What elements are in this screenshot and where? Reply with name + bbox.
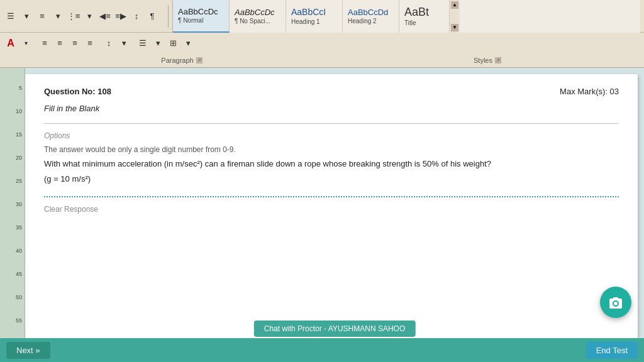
chat-bar[interactable]: Chat with Proctor - AYUSHMANN SAHOO: [254, 321, 416, 337]
bullets-icon[interactable]: ☰: [4, 9, 18, 23]
styles-section-label: Styles ↗: [335, 57, 640, 64]
ruler-left: 5 10 15 20 25 30 35 40 45 50 55: [0, 68, 25, 362]
ruler-area: 5 10 15 20 25 30 35 40 45 50 55 Question…: [0, 68, 644, 362]
styles-scroll-up[interactable]: ▲: [451, 1, 458, 9]
style-heading2-label: Heading 2: [348, 18, 377, 25]
sort-icon[interactable]: ↕: [130, 9, 143, 23]
style-heading1-label: Heading 1: [291, 18, 320, 25]
shading-dropdown[interactable]: ▾: [151, 36, 165, 50]
question-number: Question No: 108: [44, 87, 111, 96]
line-spacing-dropdown[interactable]: ▾: [117, 36, 131, 50]
chat-label: Chat with Proctor - AYUSHMANN SAHOO: [264, 324, 406, 333]
align-justify-icon[interactable]: ≡: [83, 36, 97, 50]
shading-icon[interactable]: ☰: [136, 36, 150, 50]
end-test-button[interactable]: End Test: [586, 342, 638, 359]
styles-panel: AaBbCcDc ¶ Normal AaBbCcDc ¶ No Spaci...…: [172, 0, 640, 33]
align-right-icon[interactable]: ≡: [68, 36, 82, 50]
ruler-mark-55: 55: [0, 318, 25, 324]
ruler-mark-5: 5: [0, 85, 25, 91]
style-title-preview: AaBt: [404, 6, 429, 19]
ruler-mark-15: 15: [0, 132, 25, 138]
style-heading2-preview: AaBbCcDd: [348, 8, 388, 18]
paragraph-expander[interactable]: ↗: [196, 57, 203, 63]
paragraph-section-label: Paragraph ↗: [29, 57, 335, 64]
multilevel-dropdown-icon[interactable]: ▾: [82, 9, 96, 23]
align-left-icon[interactable]: ≡: [38, 36, 52, 50]
toolbar-row1: ☰ ▾ ≡ ▾ ⋮≡ ▾ ◀≡ ≡▶ ↕ ¶ AaBbCcDc ¶ Normal…: [0, 0, 644, 33]
options-label: Options: [44, 131, 619, 140]
clear-response-button[interactable]: Clear Response: [44, 205, 619, 214]
question-type: Fill in the Blank: [44, 104, 619, 113]
style-no-spacing[interactable]: AaBbCcDc ¶ No Spaci...: [230, 0, 286, 33]
style-heading1-preview: AaBbCcI: [291, 7, 326, 18]
style-normal-preview: AaBbCcDc: [178, 7, 218, 17]
question-divider: [44, 123, 619, 124]
question-text: With what minimum acceleration (in m/sec…: [44, 158, 619, 170]
ruler-mark-30: 30: [0, 202, 25, 207]
answer-input-line[interactable]: [44, 196, 619, 197]
camera-icon: [608, 296, 624, 309]
bottom-navigation-bar: Next » End Test: [0, 338, 644, 362]
style-title-label: Title: [404, 19, 416, 26]
ruler-mark-50: 50: [0, 295, 25, 300]
styles-expander[interactable]: ↗: [495, 57, 501, 63]
ruler-mark-45: 45: [0, 272, 25, 277]
align-center-icon[interactable]: ≡: [53, 36, 67, 50]
increase-indent-icon[interactable]: ≡▶: [114, 9, 128, 23]
style-heading2[interactable]: AaBbCcDd Heading 2: [343, 0, 399, 33]
ruler-mark-40: 40: [0, 248, 25, 254]
style-no-spacing-preview: AaBbCcDc: [235, 8, 275, 18]
question-sub: (g = 10 m/s²): [44, 174, 619, 184]
pilcrow-icon[interactable]: ¶: [145, 9, 159, 23]
ruler-mark-35: 35: [0, 225, 25, 231]
toolbar: ☰ ▾ ≡ ▾ ⋮≡ ▾ ◀≡ ≡▶ ↕ ¶ AaBbCcDc ¶ Normal…: [0, 0, 644, 68]
ruler-mark-20: 20: [0, 155, 25, 161]
decrease-indent-icon[interactable]: ◀≡: [98, 9, 112, 23]
question-header: Question No: 108 Max Mark(s): 03: [44, 87, 619, 96]
styles-label: Styles: [474, 57, 492, 64]
styles-scroll-down[interactable]: ▼: [451, 24, 458, 31]
label-row: Paragraph ↗ Styles ↗: [0, 53, 644, 67]
next-button[interactable]: Next »: [6, 342, 50, 359]
style-normal-label: ¶ Normal: [178, 17, 203, 24]
main-content: Question No: 108 Max Mark(s): 03 Fill in…: [25, 68, 644, 362]
bullets-dropdown-icon[interactable]: ▾: [19, 9, 33, 23]
style-normal[interactable]: AaBbCcDc ¶ Normal: [173, 0, 230, 33]
toolbar-divider1: [168, 5, 169, 28]
line-spacing-icon[interactable]: ↕: [102, 36, 116, 50]
style-title[interactable]: AaBt Title: [399, 0, 450, 33]
border-dropdown[interactable]: ▾: [181, 36, 195, 50]
border-icon[interactable]: ⊞: [166, 36, 180, 50]
toolbar-row2: A ▾ ≡ ≡ ≡ ≡ ↕ ▾ ☰ ▾ ⊞ ▾: [0, 33, 644, 53]
font-color-dropdown[interactable]: ▾: [19, 36, 33, 50]
numbering-icon[interactable]: ≡: [35, 9, 49, 23]
ruler-mark-25: 25: [0, 178, 25, 184]
document-page: Question No: 108 Max Mark(s): 03 Fill in…: [25, 74, 638, 338]
numbering-dropdown-icon[interactable]: ▾: [51, 9, 65, 23]
camera-button[interactable]: [600, 287, 631, 318]
paragraph-label: Paragraph: [161, 57, 193, 64]
styles-scrollbar[interactable]: ▲ ▼: [450, 0, 460, 33]
max-marks: Max Mark(s): 03: [560, 87, 619, 96]
style-heading1[interactable]: AaBbCcI Heading 1: [286, 0, 343, 33]
multilevel-icon[interactable]: ⋮≡: [67, 9, 80, 23]
answer-hint: The answer would be only a single digit …: [44, 145, 619, 154]
style-no-spacing-label: ¶ No Spaci...: [235, 18, 270, 25]
paragraph-icons: ☰ ▾ ≡ ▾ ⋮≡ ▾ ◀≡ ≡▶ ↕ ¶: [4, 9, 159, 23]
font-color-a-icon[interactable]: A: [4, 36, 18, 50]
ruler-mark-10: 10: [0, 109, 25, 114]
